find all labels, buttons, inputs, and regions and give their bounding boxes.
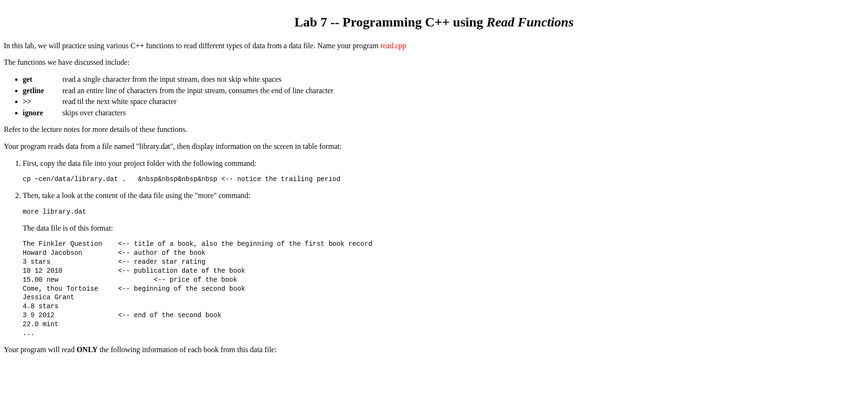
step-2: Then, take a look at the content of the … xyxy=(23,190,864,338)
refer-note: Refer to the lecture notes for more deta… xyxy=(4,124,864,135)
list-item: get read a single character from the inp… xyxy=(23,74,864,85)
function-desc: read an entire line of characters from t… xyxy=(62,86,333,95)
final-prefix: Your program will read xyxy=(4,346,77,354)
function-name: >> xyxy=(23,96,61,107)
functions-list: get read a single character from the inp… xyxy=(4,74,864,118)
function-desc: read til the next white space character xyxy=(62,97,177,105)
function-name: get xyxy=(23,74,61,85)
title-italic: Read Functions xyxy=(486,15,573,29)
function-desc: skips over characters xyxy=(62,109,126,117)
program-reads: Your program reads data from a file name… xyxy=(4,141,864,152)
list-item: getline read an entire line of character… xyxy=(23,86,864,96)
data-format-intro: The data file is of this format: xyxy=(23,223,864,233)
function-name: ignore xyxy=(23,108,61,118)
intro-filename: read.cpp xyxy=(381,42,407,50)
function-desc: read a single character from the input s… xyxy=(62,75,281,83)
final-paragraph: Your program will read ONLY the followin… xyxy=(4,345,864,355)
intro-paragraph: In this lab, we will practice using vari… xyxy=(4,41,864,51)
step-1-text: First, copy the data file into your proj… xyxy=(23,159,257,167)
final-suffix: the following information of each book f… xyxy=(98,346,277,354)
title-prefix: Lab 7 -- Programming C++ using xyxy=(295,15,486,29)
step-2-text: Then, take a look at the content of the … xyxy=(23,191,251,199)
intro-text: In this lab, we will practice using vari… xyxy=(4,42,381,50)
list-item: ignore skips over characters xyxy=(23,108,864,118)
step-1: First, copy the data file into your proj… xyxy=(23,158,864,184)
steps-list: First, copy the data file into your proj… xyxy=(4,158,864,338)
data-format-block: The Finkler Question <-- title of a book… xyxy=(23,240,864,338)
list-item: >> read til the next white space charact… xyxy=(23,96,864,107)
page-title: Lab 7 -- Programming C++ using Read Func… xyxy=(4,13,864,31)
step-2-code: more library.dat xyxy=(23,208,864,216)
step-1-code: cp ~cen/data/library.dat . &nbsp&nbsp&nb… xyxy=(23,175,864,184)
functions-intro: The functions we have discussed include: xyxy=(4,57,864,68)
final-bold: ONLY xyxy=(77,346,98,354)
function-name: getline xyxy=(23,86,61,96)
